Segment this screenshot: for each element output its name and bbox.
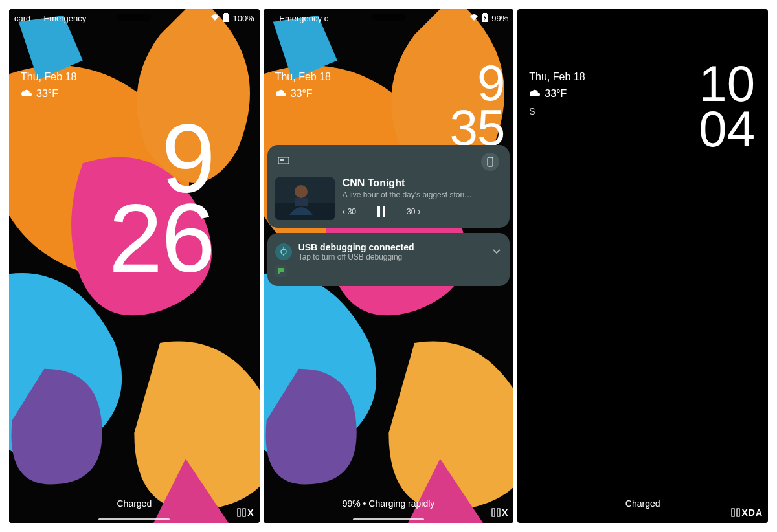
notification-subtitle: Tap to turn off USB debugging [298,252,486,261]
temperature: 33°F [36,85,58,102]
media-title: CNN Tonight [343,177,502,189]
svg-rect-20 [732,509,734,516]
xda-watermark: X [491,507,508,518]
cast-icon[interactable] [278,157,289,168]
messages-icon[interactable] [275,265,287,277]
charging-status: 99% • Charging rapidly [264,498,514,509]
media-thumbnail [275,177,335,220]
media-subtitle: A live hour of the day's biggest stori… [343,190,502,199]
output-switch-button[interactable] [481,153,499,171]
date-text: Thu, Feb 18 [21,69,76,85]
aod-clock: 10 04 [699,61,755,151]
nav-pill[interactable] [98,518,170,520]
svg-rect-3 [238,509,240,516]
skip-forward-button[interactable]: 30› [407,207,420,216]
svg-point-15 [281,249,286,254]
clock-minutes: 04 [699,106,755,151]
svg-rect-14 [295,198,308,206]
xda-watermark: XDA [731,507,763,518]
date-weather: Thu, Feb 18 33°F [21,69,76,102]
svg-rect-18 [492,509,495,516]
svg-rect-10 [488,157,493,166]
skip-back-button[interactable]: ‹30 [343,207,356,216]
svg-rect-1 [224,13,228,14]
svg-rect-2 [223,14,229,22]
date-text: Thu, Feb 18 [275,69,331,85]
cloud-icon [275,85,287,102]
clock-minutes: 26 [109,199,214,278]
pause-button[interactable] [376,206,387,217]
date-weather: Thu, Feb 18 33°F S [529,69,585,119]
battery-icon [222,13,230,24]
svg-rect-19 [497,509,500,516]
svg-rect-9 [280,159,284,161]
clock-hours: 10 [699,61,755,106]
date-weather: Thu, Feb 18 33°F [275,69,331,102]
svg-rect-21 [737,509,739,516]
battery-percent: 99% [491,14,508,23]
lock-clock: 9 35 [450,61,505,150]
charging-status: Charged [9,498,260,509]
clock-minutes: 35 [450,105,505,150]
battery-percent: 100% [232,14,254,23]
date-text: Thu, Feb 18 [529,69,585,85]
temperature: 33°F [291,85,313,102]
nav-pill[interactable] [353,518,424,520]
media-notification[interactable]: CNN Tonight A live hour of the day's big… [267,145,510,228]
svg-rect-6 [483,13,487,14]
status-bar: — Emergency c 99% [269,13,509,24]
sub-indicator: S [529,104,585,118]
usb-debugging-notification[interactable]: USB debugging connected Tap to turn off … [267,233,510,286]
lock-clock: 9 26 [109,119,214,278]
cloud-icon [21,85,32,102]
temperature: 33°F [545,85,567,102]
battery-icon [481,13,489,24]
wifi-icon [469,14,479,23]
carrier-text: — Emergency c [269,14,328,23]
carrier-text: card — Emergency [14,14,86,23]
charging-status: Charged [517,498,768,509]
notification-shade: CNN Tonight A live hour of the day's big… [267,145,510,286]
wifi-icon [210,14,220,23]
svg-point-13 [295,185,308,198]
xda-watermark: X [237,507,254,518]
svg-rect-4 [243,509,245,516]
bug-icon [275,243,292,260]
cloud-icon [529,85,541,102]
notification-title: USB debugging connected [298,242,486,252]
lockscreen-2: — Emergency c 99% Thu, Feb 18 [264,9,514,523]
lockscreen-1: card — Emergency 100% Thu, Feb 18 [9,9,260,523]
aod-screen: Thu, Feb 18 33°F S 10 04 Charged [517,9,768,523]
expand-icon[interactable] [491,246,502,258]
status-bar: card — Emergency 100% [14,13,254,24]
